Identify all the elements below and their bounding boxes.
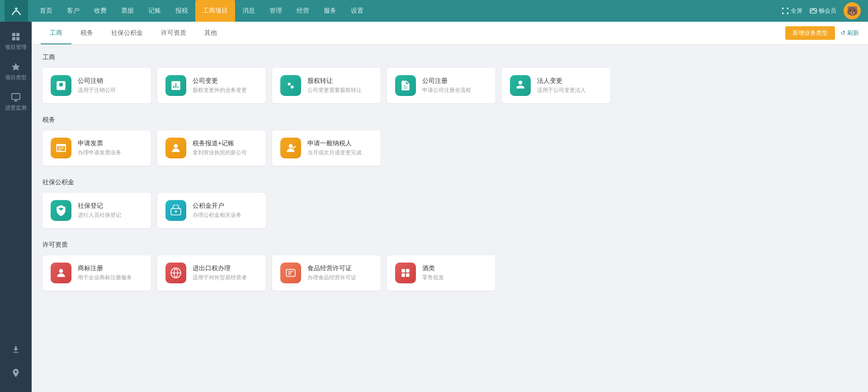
card-food-license[interactable]: 食品经营许可证 办理食品经营许可证 (272, 255, 381, 291)
card-title: 申请发票 (78, 139, 121, 148)
refresh-icon: ↺ (840, 29, 845, 36)
card-equity-transfer[interactable]: 股权转让 公司变更需要股权转让 (272, 68, 381, 103)
section-tax-title: 税务 (42, 116, 857, 124)
nav-ticket[interactable]: 票据 (114, 0, 141, 22)
section-tax: 税务 申请发票 办理申请发票业务 (42, 116, 857, 166)
sidebar-item-label: 项目类型 (5, 74, 27, 81)
commerce-cards: 公司注销 适用于注销公司 公司变更 股权变更外的业务变更 (42, 68, 857, 103)
card-tax-report[interactable]: 税务报道+记账 拿到营业执照的新公司 (157, 130, 266, 166)
card-general-taxpayer[interactable]: 申请一般纳税人 当月或次月成变更完成 (272, 130, 381, 166)
card-legal-change[interactable]: 法人变更 适用于公司变更法人 (502, 68, 610, 103)
food-icon (280, 263, 301, 283)
card-social-insurance[interactable]: 社保登记 进行人员社保登记 (42, 193, 151, 228)
tab-license[interactable]: 许可资质 (152, 22, 195, 44)
card-trademark[interactable]: 商标注册 用于企业商标注册服务 (42, 255, 151, 291)
cancel-icon (51, 75, 71, 96)
card-housing-fund[interactable]: 公积金开户 办理公积金相关业务 (157, 193, 266, 228)
sidebar: 项目管理 项目类型 进度监测 (0, 22, 32, 392)
card-alcohol[interactable]: 酒类 零售批发 (387, 255, 495, 291)
nav-operation[interactable]: 经营 (289, 0, 316, 22)
card-title: 公司注销 (78, 77, 116, 85)
tax-report-icon (165, 138, 186, 158)
nav-home[interactable]: 首页 (33, 0, 60, 22)
card-title: 进出口权办理 (193, 264, 247, 272)
sidebar-item-label: 进度监测 (5, 104, 27, 112)
top-nav: 首页 客户 收费 票据 记账 报税 工商项目 消息 管理 经营 服务 设置 全屏… (0, 0, 868, 22)
svg-marker-6 (12, 63, 20, 71)
card-title: 公司注册 (422, 77, 471, 85)
card-title: 股权转让 (307, 77, 362, 85)
card-desc: 申请公司注册全流程 (422, 86, 471, 94)
tab-tax[interactable]: 税务 (71, 22, 102, 44)
svg-rect-5 (16, 37, 19, 40)
nav-manage[interactable]: 管理 (262, 0, 289, 22)
card-desc: 股权变更外的业务变更 (193, 86, 247, 94)
sidebar-item-project-type[interactable]: 项目类型 (0, 57, 32, 87)
nav-message[interactable]: 消息 (235, 0, 262, 22)
card-import-export[interactable]: 进出口权办理 适用于对外贸易经营者 (157, 255, 266, 291)
card-desc: 用于企业商标注册服务 (78, 274, 132, 282)
content-area: 工商 税务 社保公积金 许可资质 其他 新增业务类型 ↺ 刷新 工商 (32, 22, 868, 392)
card-title: 公司变更 (193, 77, 247, 85)
card-desc: 当月或次月成变更完成 (307, 149, 362, 157)
download-icon[interactable] (0, 339, 32, 359)
refresh-label: 刷新 (847, 29, 859, 37)
sidebar-item-project-management[interactable]: 项目管理 (0, 26, 32, 57)
nav-commerce[interactable]: 工商项目 (195, 0, 235, 22)
sidebar-bottom (0, 339, 32, 392)
equity-icon (280, 75, 301, 96)
trademark-icon (51, 263, 71, 283)
tab-commerce[interactable]: 工商 (41, 22, 71, 44)
svg-point-11 (289, 144, 293, 148)
nav-fee[interactable]: 收费 (87, 0, 114, 22)
fullscreen-button[interactable]: 全屏 (782, 7, 802, 15)
card-desc: 适用于对外贸易经营者 (193, 274, 247, 282)
section-commerce-title: 工商 (42, 53, 857, 62)
nav-bookkeeping[interactable]: 记账 (141, 0, 168, 22)
card-desc: 适用于注销公司 (78, 86, 116, 94)
section-social: 社保公积金 社保登记 进行人员社保登记 (42, 178, 857, 228)
card-company-change[interactable]: 公司变更 股权变更外的业务变更 (157, 68, 266, 103)
card-desc: 零售批发 (422, 274, 444, 282)
card-desc: 公司变更需要股权转让 (307, 86, 362, 94)
section-license: 许可资质 商标注册 用于企业商标注册服务 (42, 241, 857, 291)
vip-button[interactable]: 畅会员 (810, 7, 836, 15)
card-company-cancel[interactable]: 公司注销 适用于注销公司 (42, 68, 151, 103)
card-company-register[interactable]: 公司注册 申请公司注册全流程 (387, 68, 495, 103)
sidebar-item-label: 项目管理 (5, 43, 27, 51)
logo (5, 0, 28, 22)
legal-icon (510, 75, 531, 96)
tab-other[interactable]: 其他 (195, 22, 226, 44)
nav-customer[interactable]: 客户 (60, 0, 87, 22)
card-desc: 办理申请发票业务 (78, 149, 121, 157)
nav-tax[interactable]: 报税 (168, 0, 195, 22)
tab-bar: 工商 税务 社保公积金 许可资质 其他 新增业务类型 ↺ 刷新 (32, 22, 868, 44)
card-title: 公积金开户 (193, 202, 241, 210)
svg-rect-19 (401, 273, 405, 277)
social-cards: 社保登记 进行人员社保登记 公积金开户 办理公积金相关业务 (42, 193, 857, 228)
tab-social[interactable]: 社保公积金 (102, 22, 152, 44)
add-type-button[interactable]: 新增业务类型 (785, 26, 835, 40)
nav-service[interactable]: 服务 (316, 0, 344, 22)
tax-cards: 申请发票 办理申请发票业务 税务报道+记账 拿到营业执照的新公司 (42, 130, 857, 166)
svg-point-13 (175, 210, 177, 212)
svg-rect-3 (16, 33, 19, 36)
avatar: 🐻 (844, 2, 861, 19)
card-desc: 适用于公司变更法人 (537, 86, 586, 94)
card-desc: 办理公积金相关业务 (193, 211, 241, 219)
vip-label: 畅会员 (819, 7, 836, 15)
card-title: 商标注册 (78, 264, 132, 272)
card-title: 食品经营许可证 (307, 264, 356, 272)
fund-icon (165, 200, 186, 221)
section-commerce: 工商 公司注销 适用于注销公司 (42, 53, 857, 103)
sidebar-item-progress-monitor[interactable]: 进度监测 (0, 87, 32, 117)
card-invoice[interactable]: 申请发票 办理申请发票业务 (42, 130, 151, 166)
refresh-button[interactable]: ↺ 刷新 (840, 29, 859, 37)
nav-items: 首页 客户 收费 票据 记账 报税 工商项目 消息 管理 经营 服务 设置 (33, 0, 782, 22)
nav-settings[interactable]: 设置 (344, 0, 371, 22)
svg-rect-4 (12, 37, 15, 40)
svg-rect-17 (401, 269, 405, 272)
location-icon[interactable] (0, 363, 32, 383)
svg-point-14 (59, 269, 63, 273)
main-layout: 项目管理 项目类型 进度监测 工商 税务 社保公积金 许可资质 其他 (0, 22, 868, 392)
